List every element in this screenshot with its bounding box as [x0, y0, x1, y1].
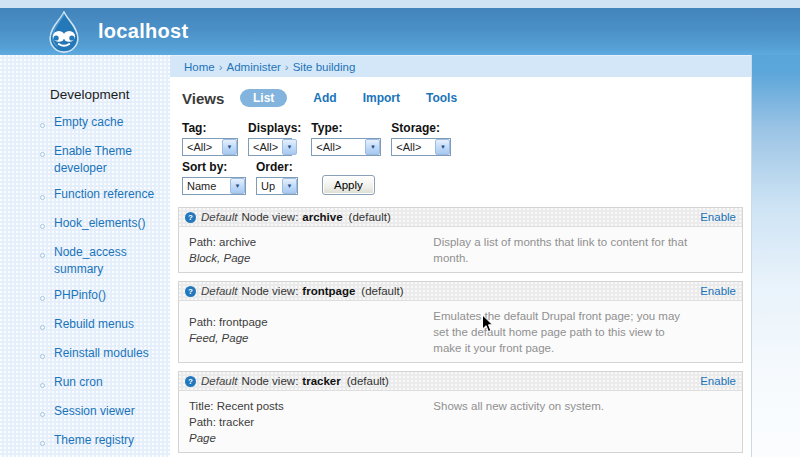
site-name-link[interactable]: localhost — [98, 20, 189, 43]
view-path: Path: tracker — [189, 414, 433, 430]
sidebar-link[interactable]: Empty cache — [54, 114, 166, 134]
sidebar-link[interactable]: Hook_elements() — [54, 215, 166, 235]
view-description: Emulates the default Drupal front page; … — [433, 308, 732, 356]
tab-add[interactable]: Add — [313, 91, 336, 105]
main-content: Home›Administer›Site building Views List… — [170, 55, 752, 457]
view-name: archive — [302, 211, 342, 223]
sidebar-link[interactable]: PHPinfo() — [54, 287, 166, 307]
tab-tools[interactable]: Tools — [426, 91, 457, 105]
bullet-icon — [40, 403, 54, 423]
type-filter-select[interactable]: <All> ▼ — [311, 138, 381, 156]
view-kind-label: Node view: — [241, 211, 298, 223]
type-filter-label: Type: — [311, 121, 381, 135]
breadcrumb-separator: › — [285, 61, 289, 73]
view-row-tracker: ? Default Node view: tracker (default) E… — [178, 371, 743, 453]
sidebar-item-reinstall-modules[interactable]: Reinstall modules — [40, 345, 170, 365]
help-icon[interactable]: ? — [185, 286, 196, 297]
displays-filter-label: Displays: — [248, 121, 301, 135]
dropdown-arrow-icon[interactable]: ▼ — [222, 139, 237, 155]
view-row-header: ? Default Node view: frontpage (default)… — [179, 282, 742, 301]
bullet-icon — [40, 186, 54, 206]
sidebar-link[interactable]: Session viewer — [54, 403, 166, 423]
bullet-icon — [40, 114, 54, 134]
sidebar-item-session-viewer[interactable]: Session viewer — [40, 403, 170, 423]
view-row-header: ? Default Node view: archive (default) E… — [179, 208, 742, 227]
bullet-icon — [40, 374, 54, 394]
drupal-logo[interactable] — [44, 11, 84, 55]
sidebar-link[interactable]: Function reference — [54, 186, 166, 206]
breadcrumb-separator: › — [219, 61, 223, 73]
apply-button[interactable]: Apply — [322, 175, 375, 195]
view-row-archive: ? Default Node view: archive (default) E… — [178, 207, 743, 273]
bullet-icon — [40, 432, 54, 452]
help-icon[interactable]: ? — [185, 212, 196, 223]
view-row-frontpage: ? Default Node view: frontpage (default)… — [178, 281, 743, 363]
sidebar-link[interactable]: Rebuild menus — [54, 316, 166, 336]
dropdown-arrow-icon[interactable]: ▼ — [230, 178, 245, 194]
bullet-icon — [40, 215, 54, 235]
storage-filter-select[interactable]: <All> ▼ — [391, 138, 451, 156]
view-path: Path: frontpage — [189, 314, 433, 330]
enable-link[interactable]: Enable — [700, 285, 736, 297]
bullet-icon — [40, 287, 54, 307]
view-displays: Page — [189, 430, 433, 446]
bullet-icon — [40, 143, 54, 177]
view-type-label: Default — [201, 211, 237, 223]
bullet-icon — [40, 316, 54, 336]
breadcrumb-link-home[interactable]: Home — [184, 61, 215, 73]
view-kind-label: Node view: — [241, 285, 298, 297]
view-path: Path: archive — [189, 234, 433, 250]
dropdown-arrow-icon[interactable]: ▼ — [435, 139, 450, 155]
top-strip — [0, 0, 800, 8]
sidebar-item-function-reference[interactable]: Function reference — [40, 186, 170, 206]
sidebar-item-phpinfo[interactable]: PHPinfo() — [40, 287, 170, 307]
view-suffix: (default) — [349, 211, 391, 223]
enable-link[interactable]: Enable — [700, 375, 736, 387]
tag-filter-select[interactable]: <All> ▼ — [182, 138, 238, 156]
view-row-header: ? Default Node view: tracker (default) E… — [179, 372, 742, 391]
view-type-label: Default — [201, 375, 237, 387]
sidebar-link[interactable]: Theme registry — [54, 432, 166, 452]
breadcrumb-link-site-building[interactable]: Site building — [293, 61, 356, 73]
view-type-label: Default — [201, 285, 237, 297]
bullet-icon — [40, 244, 54, 278]
sidebar-item-node-access-summary[interactable]: Node_access summary — [40, 244, 170, 278]
order-select[interactable]: Up ▼ — [256, 177, 298, 195]
sidebar-item-run-cron[interactable]: Run cron — [40, 374, 170, 394]
sidebar-link[interactable]: Run cron — [54, 374, 166, 394]
sidebar-link[interactable]: Node_access summary — [54, 244, 166, 278]
dropdown-arrow-icon[interactable]: ▼ — [282, 178, 297, 194]
sidebar-item-theme-registry[interactable]: Theme registry — [40, 432, 170, 452]
view-description: Shows all new activity on system. — [433, 398, 732, 446]
tab-bar: List Add Import Tools — [240, 89, 457, 107]
order-label: Order: — [256, 160, 298, 174]
view-title: Title: Recent posts — [189, 398, 433, 414]
tab-list[interactable]: List — [240, 89, 287, 107]
sidebar-link[interactable]: Reinstall modules — [54, 345, 166, 365]
sidebar-item-rebuild-menus[interactable]: Rebuild menus — [40, 316, 170, 336]
sidebar: Development Empty cache Enable Theme dev… — [0, 55, 170, 457]
views-filters: Tag: <All> ▼ Displays: <All> ▼ Type: — [170, 107, 751, 195]
view-kind-label: Node view: — [241, 375, 298, 387]
sidebar-item-empty-cache[interactable]: Empty cache — [40, 114, 170, 134]
bullet-icon — [40, 345, 54, 365]
sidebar-link[interactable]: Enable Theme developer — [54, 143, 166, 177]
storage-filter-label: Storage: — [391, 121, 451, 135]
sidebar-item-hook-elements[interactable]: Hook_elements() — [40, 215, 170, 235]
view-suffix: (default) — [347, 375, 389, 387]
enable-link[interactable]: Enable — [700, 211, 736, 223]
tab-import[interactable]: Import — [363, 91, 400, 105]
dropdown-arrow-icon[interactable]: ▼ — [365, 139, 380, 155]
site-header: localhost — [0, 8, 800, 55]
view-displays: Block, Page — [189, 250, 433, 266]
sort-by-select[interactable]: Name ▼ — [182, 177, 246, 195]
dropdown-arrow-icon[interactable]: ▼ — [282, 139, 297, 155]
breadcrumb: Home›Administer›Site building — [170, 55, 751, 77]
breadcrumb-link-administer[interactable]: Administer — [227, 61, 281, 73]
view-name: frontpage — [302, 285, 355, 297]
help-icon[interactable]: ? — [185, 376, 196, 387]
displays-filter-select[interactable]: <All> ▼ — [248, 138, 292, 156]
view-name: tracker — [302, 375, 340, 387]
sidebar-item-enable-theme-developer[interactable]: Enable Theme developer — [40, 143, 170, 177]
sidebar-section-title: Development — [50, 87, 170, 102]
